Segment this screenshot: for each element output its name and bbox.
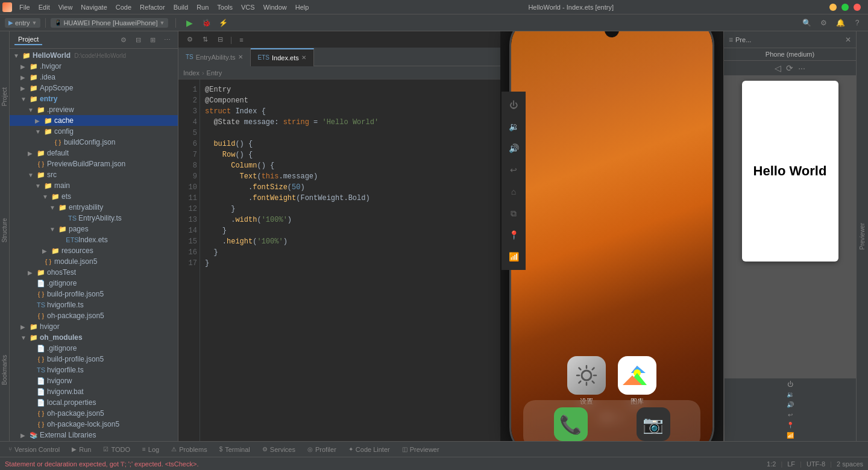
maximize-button[interactable] bbox=[841, 4, 849, 11]
run-button[interactable]: ▶ bbox=[183, 17, 195, 29]
tree-item-ohpackagelock[interactable]: ▶ { } oh-package-lock.json5 bbox=[10, 419, 178, 430]
bottom-tab-log[interactable]: ≡ Log bbox=[136, 442, 165, 457]
search-everywhere-button[interactable]: 🔍 bbox=[800, 17, 813, 29]
menu-help[interactable]: Help bbox=[292, 2, 313, 12]
es-fold-btn[interactable]: ⊟ bbox=[214, 34, 227, 45]
tree-collapse-btn[interactable]: ⊟ bbox=[132, 34, 144, 46]
tree-item-hvigorfile-root[interactable]: ▶ TS hvigorfile.ts bbox=[10, 365, 178, 375]
rp-rotate-btn[interactable]: ⟳ bbox=[786, 63, 793, 73]
tree-expand-btn[interactable]: ⊞ bbox=[146, 34, 159, 46]
notifications-button[interactable]: 🔔 bbox=[834, 17, 846, 29]
phone-back-icon[interactable]: ‹ bbox=[587, 440, 590, 441]
tree-item-gitignore-root[interactable]: ▶ 📄 .gitignore bbox=[10, 343, 178, 354]
bookmarks-vertical-label[interactable]: Bookmarks bbox=[0, 352, 9, 387]
tab-entryability[interactable]: TS EntryAbility.ts ✕ bbox=[178, 48, 251, 66]
menu-navigate[interactable]: Navigate bbox=[77, 2, 110, 12]
tree-item-buildprofile-root[interactable]: ▶ { } build-profile.json5 bbox=[10, 354, 178, 365]
menu-file[interactable]: File bbox=[16, 2, 34, 12]
tree-item-ohostest[interactable]: ▶ 📁 ohosTest bbox=[10, 267, 178, 278]
rp-loc-icon[interactable]: 📍 bbox=[787, 422, 794, 428]
code-editor[interactable]: 123456 789101112 1314151617 @Entry @Comp… bbox=[178, 80, 500, 441]
tree-item-pages[interactable]: ▼ 📁 pages bbox=[10, 224, 178, 234]
tree-item-hvigorw[interactable]: ▶ 📄 hvigorw bbox=[10, 375, 178, 386]
tree-item-main[interactable]: ▼ 📁 main bbox=[10, 180, 178, 191]
tree-item-hvigorwbat[interactable]: ▶ 📄 hvigorw.bat bbox=[10, 386, 178, 397]
rp-power-icon[interactable]: ⏻ bbox=[787, 381, 793, 387]
phone-app-settings[interactable]: 设置 bbox=[567, 356, 606, 406]
menu-edit[interactable]: Edit bbox=[35, 2, 54, 12]
rp-wifi-icon[interactable]: 📶 bbox=[787, 432, 794, 439]
menu-build[interactable]: Build bbox=[170, 2, 192, 12]
vol-down-btn[interactable]: 🔉 bbox=[505, 118, 522, 135]
tree-item-index-ets[interactable]: ▶ ETS Index.ets bbox=[10, 234, 178, 245]
tree-item-module-json5[interactable]: ▶ { } module.json5 bbox=[10, 256, 178, 267]
tab-indexets-close[interactable]: ✕ bbox=[301, 54, 306, 61]
bottom-tab-problems[interactable]: ⚠ Problems bbox=[165, 442, 213, 457]
bottom-tab-run[interactable]: ▶ Run bbox=[66, 442, 97, 457]
rp-voldown-icon[interactable]: 🔉 bbox=[787, 391, 794, 398]
rp-back-btn[interactable]: ◁ bbox=[775, 63, 781, 73]
rp-close-btn[interactable]: ✕ bbox=[845, 36, 851, 44]
tree-item-preview[interactable]: ▼ 📁 .preview bbox=[10, 104, 178, 115]
bottom-tab-terminal[interactable]: $ Terminal bbox=[213, 442, 256, 457]
close-button[interactable] bbox=[854, 4, 861, 11]
tree-item-previewbuildparam[interactable]: ▶ { } PreviewBuildParam.json bbox=[10, 158, 178, 169]
vol-up-btn[interactable]: 🔊 bbox=[505, 140, 522, 157]
rp-back-icon[interactable]: ↩ bbox=[788, 412, 793, 418]
run-config-dropdown[interactable]: ▶ entry ▼ bbox=[5, 18, 40, 28]
tree-item-default[interactable]: ▶ 📁 default bbox=[10, 148, 178, 158]
phone-app-gallery[interactable]: 图库 bbox=[618, 356, 656, 406]
tree-item-ets[interactable]: ▼ 📁 ets bbox=[10, 191, 178, 202]
project-tab[interactable]: Project bbox=[14, 34, 42, 45]
bottom-tab-todo[interactable]: ☑ TODO bbox=[97, 442, 136, 457]
tree-item-oh-modules[interactable]: ▼ 📁 oh_modules bbox=[10, 332, 178, 343]
bottom-tab-profiler[interactable]: ◎ Profiler bbox=[301, 442, 342, 457]
es-settings-btn[interactable]: ⚙ bbox=[183, 34, 197, 45]
tree-item-resources[interactable]: ▶ 📁 resources bbox=[10, 245, 178, 256]
recents-btn[interactable]: ⧉ bbox=[505, 205, 522, 222]
structure-vertical-label[interactable]: Structure bbox=[0, 216, 9, 245]
tree-settings-btn[interactable]: ⚙ bbox=[118, 34, 130, 46]
tab-entryability-close[interactable]: ✕ bbox=[238, 54, 243, 60]
bottom-tab-services[interactable]: ⚙ Services bbox=[256, 442, 301, 457]
breadcrumb-entry[interactable]: Entry bbox=[207, 69, 222, 77]
menu-code[interactable]: Code bbox=[112, 2, 135, 12]
help-button[interactable]: ? bbox=[851, 17, 863, 29]
breadcrumb-index[interactable]: Index bbox=[183, 69, 200, 77]
menu-view[interactable]: View bbox=[55, 2, 77, 12]
tab-index-ets[interactable]: ETS Index.ets ✕ bbox=[251, 48, 314, 66]
tree-item-external-libs[interactable]: ▶ 📚 External Libraries bbox=[10, 430, 178, 440]
tree-item-src[interactable]: ▼ 📁 src bbox=[10, 169, 178, 180]
back-btn[interactable]: ↩ bbox=[505, 161, 522, 178]
power-btn[interactable]: ⏻ bbox=[505, 96, 522, 113]
tree-more-btn[interactable]: ⋯ bbox=[161, 34, 173, 46]
tree-item-hvigor[interactable]: ▶ 📁 .hvigor bbox=[10, 61, 178, 72]
code-content[interactable]: @Entry @Component struct Index { @State … bbox=[200, 80, 500, 441]
tree-item-hvigor-root[interactable]: ▶ 📁 hvigor bbox=[10, 321, 178, 332]
location-btn[interactable]: 📍 bbox=[505, 227, 522, 243]
tree-item-idea[interactable]: ▶ 📁 .idea bbox=[10, 72, 178, 83]
tree-item-ohpackage-entry[interactable]: ▶ { } oh-package.json5 bbox=[10, 310, 178, 321]
tree-item-ohpackage-root[interactable]: ▶ { } oh-package.json5 bbox=[10, 408, 178, 419]
menu-run[interactable]: Run bbox=[193, 2, 212, 12]
tree-item-buildconfig[interactable]: ▶ { } buildConfig.json bbox=[10, 137, 178, 148]
bottom-tab-previewer[interactable]: ◫ Previewer bbox=[396, 442, 445, 457]
tree-item-config[interactable]: ▼ 📁 config bbox=[10, 126, 178, 137]
tree-root[interactable]: ▼ 📁 HelloWorld D:\code\HelloWorld bbox=[10, 50, 178, 61]
minimize-button[interactable] bbox=[829, 4, 837, 11]
settings-button[interactable]: ⚙ bbox=[817, 17, 829, 29]
tree-item-localprops[interactable]: ▶ 📄 local.properties bbox=[10, 397, 178, 408]
tree-item-entryability[interactable]: ▼ 📁 entryability bbox=[10, 202, 178, 213]
bottom-tab-codelinter[interactable]: ✦ Code Linter bbox=[342, 442, 396, 457]
dock-phone[interactable]: 📞 bbox=[554, 407, 588, 441]
rp-volup-icon[interactable]: 🔊 bbox=[787, 401, 794, 408]
menu-vcs[interactable]: VCS bbox=[237, 2, 259, 12]
es-format-btn[interactable]: ≡ bbox=[236, 35, 247, 45]
menu-window[interactable]: Window bbox=[260, 2, 291, 12]
wifi-btn[interactable]: 📶 bbox=[505, 248, 522, 265]
tree-item-gitignore-entry[interactable]: ▶ 📄 .gitignore bbox=[10, 278, 178, 289]
menu-refactor[interactable]: Refactor bbox=[136, 2, 169, 12]
previewer-vertical-tab[interactable]: Previewer bbox=[858, 219, 867, 253]
dock-camera[interactable]: 📷 bbox=[637, 407, 670, 441]
home-btn[interactable]: ⌂ bbox=[505, 183, 522, 200]
